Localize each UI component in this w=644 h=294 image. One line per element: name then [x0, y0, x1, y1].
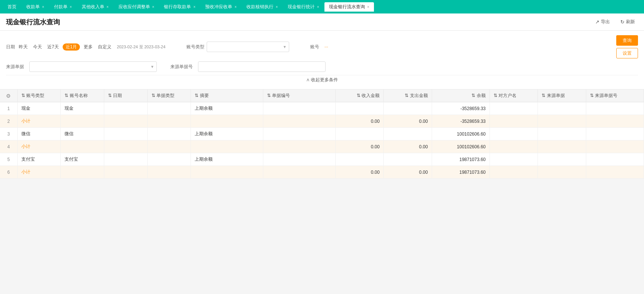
page-title: 现金银行流水查询: [6, 18, 60, 27]
th-source-doc-no[interactable]: ⇅ 来源单据号: [586, 90, 644, 102]
th-doc-type[interactable]: ⇅ 单据类型: [147, 90, 191, 102]
account-more-btn[interactable]: ···: [324, 44, 328, 49]
table-body: 1现金现金上期余额-3528659.332小计0.000.00-3528659.…: [0, 102, 644, 179]
row-account-name: 支付宝: [61, 153, 104, 166]
account-type-filter: 账号类型 ▾: [186, 42, 289, 52]
date-btn-7days[interactable]: 近7天: [46, 43, 60, 51]
row-doc-no: [263, 153, 335, 166]
th-balance[interactable]: ⇅ 余额: [432, 90, 489, 102]
source-doc-select[interactable]: ▾: [29, 61, 157, 72]
table-container: ⚙ ⇅ 账号类型 ⇅ 账号名称 ⇅ 日期 ⇅ 单据类型 ⇅ 摘要: [0, 90, 644, 179]
row-balance: 19871073.60: [432, 166, 489, 179]
row-counterparty: [489, 115, 537, 128]
row-date: [104, 128, 148, 140]
row-expense: 0.00: [384, 166, 432, 179]
row-doc-type: [147, 153, 191, 166]
row-account-name: [61, 166, 104, 179]
row-doc-no: [263, 115, 335, 128]
row-doc-type: [147, 102, 191, 115]
close-tab-1-icon[interactable]: ×: [70, 5, 72, 9]
th-source-doc[interactable]: ⇅ 来源单据: [538, 90, 586, 102]
export-button[interactable]: ↗ 导出: [592, 17, 613, 27]
nav-tab-6[interactable]: 收款核销执行 ×: [242, 2, 282, 12]
close-tab-6-icon[interactable]: ×: [276, 5, 278, 9]
nav-tab-1[interactable]: 付款单 ×: [50, 2, 77, 12]
header-actions: ↗ 导出 ↻ 刷新: [592, 17, 638, 27]
account-type-dropdown-icon: ▾: [284, 44, 286, 49]
top-nav: 首页 收款单 × 付款单 × 其他收入单 × 应收应付调整单 × 银行存取款单 …: [0, 0, 644, 13]
date-label: 日期: [6, 44, 15, 50]
refresh-button[interactable]: ↻ 刷新: [617, 17, 638, 27]
th-counterparty[interactable]: ⇅ 对方户名: [489, 90, 537, 102]
settings-button[interactable]: 设置: [616, 48, 638, 58]
nav-tab-7[interactable]: 现金银行统计 ×: [283, 2, 324, 12]
row-income: [335, 128, 383, 140]
collapse-bar[interactable]: ∧ 收起更多条件: [6, 75, 638, 85]
nav-tab-5[interactable]: 预收冲应收单 ×: [201, 2, 241, 12]
row-source-doc: [538, 102, 586, 115]
close-tab-5-icon[interactable]: ×: [234, 5, 237, 9]
close-tab-3-icon[interactable]: ×: [152, 5, 155, 9]
row-summary: [191, 140, 263, 153]
account-type-label: 账号类型: [186, 44, 204, 50]
query-button[interactable]: 查询: [616, 35, 638, 46]
row-date: [104, 166, 148, 179]
row-account-name: [61, 115, 104, 128]
close-tab-0-icon[interactable]: ×: [42, 5, 44, 9]
row-income: [335, 153, 383, 166]
filter-row-1: 日期 昨天 今天 近7天 近1月 更多 自定义 2023-02-24 至 202…: [6, 35, 638, 58]
nav-tab-8[interactable]: 现金银行流水查询 ×: [324, 2, 374, 12]
row-doc-no: [263, 166, 335, 179]
th-income[interactable]: ⇅ 收入金额: [335, 90, 383, 102]
date-btn-today[interactable]: 今天: [32, 43, 44, 51]
th-account-type[interactable]: ⇅ 账号类型: [17, 90, 61, 102]
date-btn-more[interactable]: 更多: [82, 43, 94, 51]
row-idx: 4: [0, 140, 17, 153]
row-date: [104, 153, 148, 166]
row-doc-no: [263, 140, 335, 153]
row-source-doc: [538, 115, 586, 128]
th-summary[interactable]: ⇅ 摘要: [191, 90, 263, 102]
th-settings[interactable]: ⚙: [0, 90, 17, 102]
nav-tab-0[interactable]: 收款单 ×: [22, 2, 49, 12]
th-expense[interactable]: ⇅ 支出金额: [384, 90, 432, 102]
close-tab-8-icon[interactable]: ×: [367, 5, 369, 9]
row-balance: -3528659.33: [432, 102, 489, 115]
close-tab-2-icon[interactable]: ×: [107, 5, 109, 9]
row-idx: 6: [0, 166, 17, 179]
close-tab-7-icon[interactable]: ×: [317, 5, 319, 9]
row-source-doc: [538, 140, 586, 153]
date-btn-1month[interactable]: 近1月: [63, 43, 80, 51]
table-row: 5支付宝支付宝上期余额19871073.60: [0, 153, 644, 166]
row-date: [104, 140, 148, 153]
row-expense: [384, 128, 432, 140]
source-doc-dropdown-icon: ▾: [151, 64, 153, 69]
row-summary: [191, 166, 263, 179]
row-idx: 1: [0, 102, 17, 115]
nav-tab-4[interactable]: 银行存取款单 ×: [159, 2, 200, 12]
date-range: 2023-02-24 至 2023-03-24: [117, 44, 165, 50]
nav-tab-2[interactable]: 其他收入单 ×: [77, 2, 113, 12]
row-counterparty: [489, 166, 537, 179]
row-doc-type: [147, 128, 191, 140]
close-tab-4-icon[interactable]: ×: [193, 5, 195, 9]
date-btn-yesterday[interactable]: 昨天: [17, 43, 29, 51]
row-income: 0.00: [335, 166, 383, 179]
th-doc-no[interactable]: ⇅ 单据编号: [263, 90, 335, 102]
account-type-select[interactable]: ▾: [207, 42, 289, 52]
row-account-type: 现金: [17, 102, 61, 115]
gear-icon[interactable]: ⚙: [6, 93, 11, 99]
date-btn-custom[interactable]: 自定义: [96, 43, 113, 51]
table-row: 3微信微信上期余额100102606.60: [0, 128, 644, 140]
source-doc-filter: 来源单据 ▾: [6, 61, 157, 72]
row-source-doc: [538, 153, 586, 166]
source-doc-no-label: 来源单据号: [170, 64, 193, 70]
row-summary: 上期余额: [191, 102, 263, 115]
nav-tab-3[interactable]: 应收应付调整单 ×: [114, 2, 159, 12]
row-balance: -3528659.33: [432, 115, 489, 128]
th-account-name[interactable]: ⇅ 账号名称: [61, 90, 104, 102]
source-doc-no-input[interactable]: [198, 61, 326, 72]
row-idx: 5: [0, 153, 17, 166]
th-date[interactable]: ⇅ 日期: [104, 90, 148, 102]
nav-home[interactable]: 首页: [3, 2, 21, 12]
